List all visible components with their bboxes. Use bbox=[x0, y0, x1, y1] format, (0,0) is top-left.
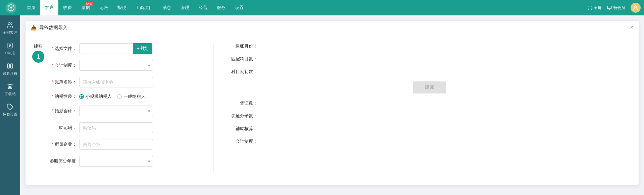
file-input-group: +浏览 bbox=[79, 43, 152, 54]
nav-item-settings[interactable]: 设置 bbox=[230, 0, 248, 15]
init-balance-row: 科目期初数： bbox=[227, 69, 632, 75]
import-icon: 📥 bbox=[31, 25, 37, 30]
step-circle: 1 bbox=[32, 51, 44, 63]
nav-item-operation[interactable]: 经营 bbox=[194, 0, 212, 15]
new-badge: new bbox=[85, 2, 93, 6]
voucher-entries-label: 凭证分录数： bbox=[227, 113, 257, 119]
owner-enterprise-input[interactable] bbox=[79, 139, 153, 150]
tax-type-radio-group: 小规模纳税人 一般纳税人 bbox=[79, 93, 145, 100]
build-month-label: 建账月份： bbox=[227, 43, 257, 49]
sidebar-label-all-customers: 全部客户 bbox=[3, 30, 17, 35]
sidebar-item-migrate[interactable]: 账套迁移 bbox=[0, 59, 20, 79]
accounting-system-label: 会计制度： bbox=[50, 62, 77, 68]
voucher-count-label: 凭证数： bbox=[227, 100, 257, 106]
match-subjects-row: 匹配科目数： bbox=[227, 56, 632, 62]
fullscreen-button[interactable]: 全屏 bbox=[588, 5, 602, 11]
user-avatar[interactable] bbox=[631, 3, 641, 13]
browse-button[interactable]: +浏览 bbox=[133, 43, 152, 54]
nav-item-bookkeeping[interactable]: 记账 bbox=[95, 0, 113, 15]
ref-year-select[interactable] bbox=[79, 156, 153, 167]
aux-accounting-label: 辅助核算： bbox=[227, 126, 257, 132]
app-logo bbox=[3, 0, 19, 15]
ledger-name-label: 账簿名称： bbox=[50, 79, 77, 85]
form-left-section: 建账 1 选择文件： +浏览 会计制度： bbox=[32, 43, 207, 173]
right-accounting-system-row: 会计制度： bbox=[227, 138, 632, 144]
tax-type-row: 纳税性质： 小规模纳税人 一般纳税人 bbox=[50, 93, 207, 100]
build-month-row: 建账月份： bbox=[227, 43, 632, 49]
file-label: 选择文件： bbox=[50, 46, 77, 52]
sidebar: 全部客户 0申报 账套迁移 回收站 bbox=[0, 15, 20, 195]
migrate-icon bbox=[6, 62, 14, 70]
owner-enterprise-label: 所属企业： bbox=[50, 141, 77, 147]
ref-year-label: 参照历史年度： bbox=[50, 158, 77, 164]
nav-item-tickets[interactable]: 票据 new bbox=[77, 0, 95, 15]
file-row: 选择文件： +浏览 bbox=[50, 43, 207, 54]
step-label: 建账 bbox=[34, 43, 43, 49]
init-balance-label: 科目期初数： bbox=[227, 69, 257, 75]
aux-accounting-row: 辅助核算： bbox=[227, 126, 632, 132]
report-icon bbox=[6, 42, 14, 49]
tax-general[interactable]: 一般纳税人 bbox=[117, 93, 145, 100]
sidebar-label-zero-report: 0申报 bbox=[5, 51, 15, 56]
nav-right: 全屏 畅会员 bbox=[588, 3, 641, 13]
sidebar-item-zero-report[interactable]: 0申报 bbox=[0, 39, 20, 59]
voucher-count-row: 凭证数： bbox=[227, 100, 632, 106]
accounting-system-wrapper: ▾ bbox=[79, 60, 153, 71]
member-button[interactable]: 畅会员 bbox=[607, 5, 625, 11]
users-icon bbox=[6, 21, 14, 29]
tag-icon bbox=[6, 103, 14, 111]
fullscreen-label: 全屏 bbox=[594, 5, 602, 11]
svg-point-2 bbox=[8, 23, 10, 25]
tax-type-label: 纳税性质： bbox=[50, 93, 77, 100]
right-accounting-system-label: 会计制度： bbox=[227, 138, 257, 144]
build-button[interactable]: 建账 bbox=[413, 81, 446, 93]
form-right-section: 建账月份： 匹配科目数： 科目期初数： 建账 凭证数： bbox=[213, 43, 632, 173]
memo-code-input[interactable] bbox=[79, 122, 153, 133]
close-button[interactable]: × bbox=[630, 25, 633, 30]
memo-code-label: 助记码： bbox=[50, 125, 77, 131]
accounting-system-row: 会计制度： ▾ bbox=[50, 60, 207, 71]
nav-item-services[interactable]: 服务 bbox=[212, 0, 230, 15]
assign-accountant-row: 指派会计： ▾ bbox=[50, 106, 207, 116]
assign-accountant-label: 指派会计： bbox=[50, 108, 77, 114]
sidebar-item-tags[interactable]: 标签设置 bbox=[0, 100, 20, 120]
sidebar-label-migrate: 账套迁移 bbox=[3, 71, 17, 76]
memo-code-row: 助记码： bbox=[50, 122, 207, 133]
svg-point-1 bbox=[635, 6, 637, 8]
ledger-name-row: 账簿名称： bbox=[50, 77, 207, 87]
import-dialog: 📥 导爷数据导入 × 建账 1 选择文件： +浏览 bbox=[26, 21, 639, 185]
nav-item-management[interactable]: 管理 bbox=[176, 0, 194, 15]
member-label: 畅会员 bbox=[613, 5, 625, 11]
owner-enterprise-row: 所属企业： bbox=[50, 139, 207, 150]
assign-accountant-wrapper: ▾ bbox=[79, 106, 153, 116]
nav-item-fees[interactable]: 收费 bbox=[58, 0, 77, 15]
radio-small-scale-label: 小规模纳税人 bbox=[86, 93, 112, 100]
nav-item-home[interactable]: 首页 bbox=[22, 0, 40, 15]
voucher-entries-row: 凭证分录数： bbox=[227, 113, 632, 119]
nav-item-business[interactable]: 工商项目 bbox=[131, 0, 158, 15]
radio-general-icon bbox=[117, 94, 122, 99]
dialog-body: 建账 1 选择文件： +浏览 会计制度： bbox=[26, 35, 639, 181]
main-content: 📥 导爷数据导入 × 建账 1 选择文件： +浏览 bbox=[20, 15, 644, 195]
ledger-name-input[interactable] bbox=[79, 77, 153, 87]
svg-rect-0 bbox=[607, 6, 611, 9]
radio-general-label: 一般纳税人 bbox=[123, 93, 145, 100]
nav-items: 首页 客户 收费 票据 new 记账 报税 工商项目 消息 管理 经营 服务 设… bbox=[22, 0, 588, 15]
dialog-title: 导爷数据导入 bbox=[39, 25, 67, 31]
form-fields: 选择文件： +浏览 会计制度： ▾ bbox=[50, 43, 207, 173]
nav-item-tax[interactable]: 报税 bbox=[113, 0, 131, 15]
svg-rect-4 bbox=[8, 64, 10, 68]
radio-small-scale-icon bbox=[79, 94, 84, 99]
ref-year-row: 参照历史年度： ▾ bbox=[50, 156, 207, 167]
sidebar-item-all-customers[interactable]: 全部客户 bbox=[0, 18, 20, 39]
file-input[interactable] bbox=[79, 43, 133, 54]
ref-year-wrapper: ▾ bbox=[79, 156, 153, 167]
nav-item-customers[interactable]: 客户 bbox=[40, 0, 58, 15]
trash-icon bbox=[6, 83, 14, 90]
match-subjects-label: 匹配科目数： bbox=[227, 56, 257, 62]
tax-small-scale[interactable]: 小规模纳税人 bbox=[79, 93, 112, 100]
nav-item-messages[interactable]: 消息 bbox=[158, 0, 176, 15]
sidebar-item-trash[interactable]: 回收站 bbox=[0, 79, 20, 100]
assign-accountant-select[interactable] bbox=[79, 106, 153, 116]
accounting-system-select[interactable] bbox=[79, 60, 153, 71]
